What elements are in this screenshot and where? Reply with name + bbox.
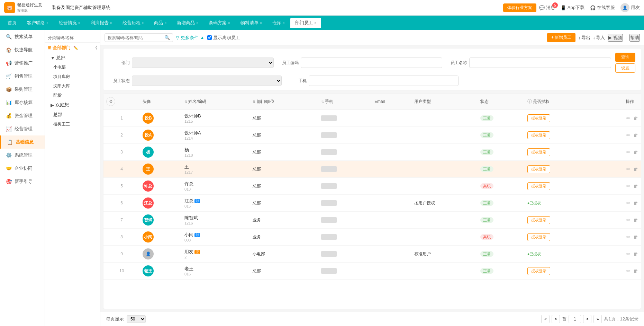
online-service-item[interactable]: 🎧 在线客服 xyxy=(590,5,615,11)
export-button[interactable]: ↑ 导出 xyxy=(578,35,590,41)
edit-icon[interactable]: ✏ xyxy=(626,183,631,189)
table-settings-icon[interactable]: ⚙ xyxy=(106,97,115,106)
delete-icon[interactable]: 🗑 xyxy=(633,217,638,223)
authorize-button[interactable]: 授权登录 xyxy=(527,148,550,156)
dept-node-shuangting[interactable]: ▶ 双庭想 xyxy=(45,100,100,110)
add-employee-button[interactable]: + 新增员工 xyxy=(547,33,575,42)
nav-tab-close-icon[interactable]: × xyxy=(46,21,48,25)
sidebar-item-guide[interactable]: 🎯新手引导 xyxy=(0,175,45,188)
dept-node-zonbu2[interactable]: 总部 xyxy=(45,110,100,120)
nav-tab-close-icon[interactable]: × xyxy=(228,21,230,25)
authorize-button[interactable]: 授权登录 xyxy=(527,114,550,122)
view-button[interactable]: ▶ 视频 xyxy=(608,34,623,42)
sidebar-item-sales[interactable]: 🛒销售管理 xyxy=(0,70,45,83)
search-icon[interactable]: 🔍 xyxy=(164,35,170,40)
delete-icon[interactable]: 🗑 xyxy=(633,200,638,206)
nav-tab-新增商品[interactable]: 新增商品× xyxy=(172,18,203,28)
nav-tab-条码方案[interactable]: 条码方案× xyxy=(204,18,235,28)
page-number-input[interactable] xyxy=(569,315,581,323)
dept-node-shenyang[interactable]: 沈阳大库 xyxy=(45,81,100,91)
edit-icon[interactable]: ✏ xyxy=(626,268,631,274)
more-conditions-btn[interactable]: ▽ 更多条件 ▲ xyxy=(176,35,205,41)
settings-button[interactable]: 设置 xyxy=(615,63,635,73)
emp-name-input[interactable] xyxy=(469,58,611,68)
last-page-btn[interactable]: » xyxy=(593,315,602,323)
edit-icon[interactable]: ✏ xyxy=(626,115,631,121)
authorize-button[interactable]: 授权登录 xyxy=(527,216,550,224)
nav-tab-close-icon[interactable]: × xyxy=(78,21,80,25)
edit-icon[interactable]: ✏ xyxy=(626,251,631,257)
delete-icon[interactable]: 🗑 xyxy=(633,234,638,240)
help-button[interactable]: 帮助 xyxy=(629,34,640,42)
dept-select[interactable] xyxy=(132,58,274,68)
edit-icon[interactable]: ✏ xyxy=(626,217,631,223)
edit-icon[interactable]: ✏ xyxy=(626,132,631,138)
delete-icon[interactable]: 🗑 xyxy=(633,149,638,155)
show-resigned-checkbox[interactable] xyxy=(207,35,212,40)
message-icon-item[interactable]: 💬 消息 5 xyxy=(539,5,555,11)
dept-node-peihuo[interactable]: 配货 xyxy=(45,91,100,100)
app-download-item[interactable]: 📱 App下载 xyxy=(561,5,584,11)
sidebar-item-operation[interactable]: 📈经营管理 xyxy=(0,122,45,135)
search-button[interactable]: 查询 xyxy=(615,53,635,62)
nav-tab-利润报告[interactable]: 利润报告× xyxy=(86,18,117,28)
emp-status-select[interactable] xyxy=(132,76,282,86)
nav-tab-客户联络[interactable]: 客户联络× xyxy=(22,18,53,28)
authorize-button[interactable]: 授权登录 xyxy=(527,267,550,275)
sidebar-item-basic-info[interactable]: 📋基础信息 xyxy=(0,135,45,149)
nav-tab-close-icon[interactable]: × xyxy=(283,21,285,25)
delete-icon[interactable]: 🗑 xyxy=(633,166,638,172)
dept-node-zhishu[interactable]: 植树王三 xyxy=(45,120,100,129)
edit-icon[interactable]: ✏ xyxy=(626,200,631,206)
authorize-button[interactable]: 授权登录 xyxy=(527,131,550,139)
authorize-button[interactable]: 授权登录 xyxy=(527,182,550,190)
nav-tab-close-icon[interactable]: × xyxy=(196,21,198,25)
dept-edit-icon[interactable]: ✏️ xyxy=(73,46,78,50)
delete-icon[interactable]: 🗑 xyxy=(633,251,638,257)
sidebar-item-purchase[interactable]: 📦采购管理 xyxy=(0,83,45,96)
nav-tab-close-icon[interactable]: × xyxy=(315,21,317,25)
delete-icon[interactable]: 🗑 xyxy=(633,132,638,138)
sidebar-item-inventory[interactable]: 📊库存核算 xyxy=(0,96,45,109)
nav-tab-物料清单[interactable]: 物料清单× xyxy=(236,18,267,28)
edit-icon[interactable]: ✏ xyxy=(626,149,631,155)
nav-tab-经营历程[interactable]: 经营历程× xyxy=(118,18,149,28)
experience-btn[interactable]: 体验行业方案 xyxy=(503,3,536,12)
authorize-button[interactable]: 授权登录 xyxy=(527,165,550,173)
nav-tab-部门员工[interactable]: 部门员工× xyxy=(290,18,321,28)
sidebar-item-cooperation[interactable]: 🤝企业协同 xyxy=(0,162,45,175)
nav-tab-close-icon[interactable]: × xyxy=(260,21,262,25)
dept-node-zonbu-parent[interactable]: ▼ 总部 xyxy=(45,53,100,63)
edit-icon[interactable]: ✏ xyxy=(626,234,631,240)
nav-tab-经营情况[interactable]: 经营情况× xyxy=(54,18,85,28)
sidebar-item-marketing[interactable]: 📢营销推广 xyxy=(0,56,45,70)
prev-page-btn[interactable]: < xyxy=(552,315,560,323)
nav-tab-close-icon[interactable]: × xyxy=(110,21,112,25)
delete-icon[interactable]: 🗑 xyxy=(633,115,638,121)
user-area[interactable]: 👤 用友 xyxy=(620,3,640,12)
sidebar-item-finance[interactable]: 💰资金管理 xyxy=(0,109,45,122)
dept-node-xiangmu[interactable]: 项目库房 xyxy=(45,72,100,81)
dept-search-input[interactable] xyxy=(48,35,100,40)
search-input[interactable] xyxy=(108,35,163,40)
nav-tab-仓库[interactable]: 仓库× xyxy=(267,18,290,28)
page-size-select[interactable]: 50 100 xyxy=(127,315,146,323)
nav-tab-close-icon[interactable]: × xyxy=(164,21,166,25)
sidebar-item-search-menu[interactable]: 🔍搜索菜单 xyxy=(0,30,45,43)
delete-icon[interactable]: 🗑 xyxy=(633,183,638,189)
sidebar-item-quick-nav[interactable]: 🏠快捷导航 xyxy=(0,43,45,56)
dept-collapse-btn[interactable]: 《 xyxy=(93,45,97,51)
nav-tab-商品[interactable]: 商品× xyxy=(149,18,171,28)
import-button[interactable]: ↓ 导入 xyxy=(593,35,605,41)
next-page-btn[interactable]: > xyxy=(583,315,591,323)
show-resigned-toggle[interactable]: 显示离职员工 xyxy=(207,35,240,41)
first-page-btn[interactable]: « xyxy=(541,315,550,323)
delete-icon[interactable]: 🗑 xyxy=(633,268,638,274)
authorize-button[interactable]: 授权登录 xyxy=(527,233,550,241)
edit-icon[interactable]: ✏ xyxy=(626,166,631,172)
sidebar-item-system[interactable]: ⚙️系统管理 xyxy=(0,149,45,162)
nav-tab-close-icon[interactable]: × xyxy=(142,21,144,25)
dept-node-xiaodian[interactable]: 小电部 xyxy=(45,63,100,72)
emp-code-input[interactable] xyxy=(301,58,443,68)
phone-input[interactable] xyxy=(309,76,459,86)
